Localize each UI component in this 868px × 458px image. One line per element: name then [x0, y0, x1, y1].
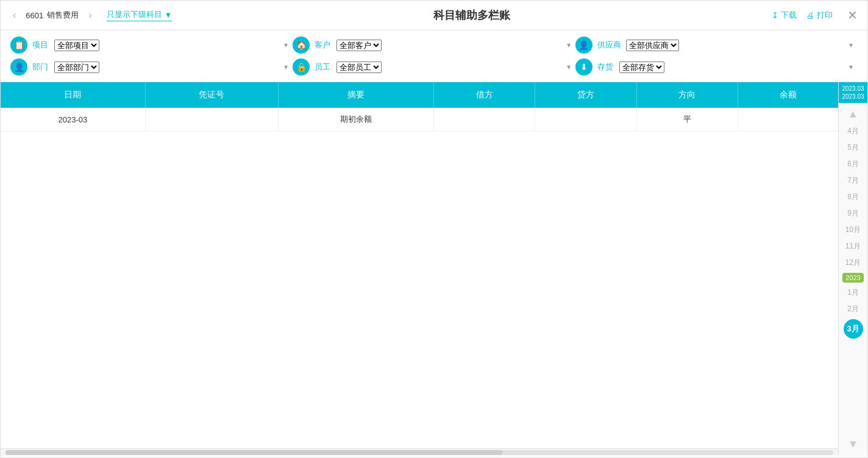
- col-debit: 借方: [433, 82, 535, 108]
- timeline-month[interactable]: 6月: [839, 156, 867, 172]
- customer-label: 客户: [315, 40, 332, 51]
- account-code-text: 6601: [26, 11, 43, 20]
- cell-date: 2023-03: [1, 108, 145, 132]
- table-row[interactable]: 2023-03期初余额平: [1, 108, 838, 132]
- print-label: 打印: [817, 10, 833, 21]
- account-code-display: 6601 销售费用: [26, 10, 79, 21]
- filter-inventory-row: ⬇ 存货 全部存货: [575, 58, 858, 76]
- col-voucher: 凭证号: [145, 82, 278, 108]
- department-select-wrapper: 全部部门: [54, 62, 293, 73]
- timeline-header-end: 2023.03: [842, 93, 864, 100]
- next-account-button[interactable]: ›: [86, 10, 94, 21]
- supplier-label: 供应商: [597, 40, 621, 51]
- department-select[interactable]: 全部部门: [54, 62, 99, 73]
- inventory-icon: ⬇: [575, 58, 592, 76]
- customer-select-wrapper: 全部客户: [336, 40, 575, 51]
- timeline-month[interactable]: 10月: [839, 222, 867, 238]
- timeline-month[interactable]: 2月: [839, 301, 867, 317]
- col-credit: 贷方: [535, 82, 636, 108]
- filter-department-row: 👤 部门 全部部门: [10, 58, 293, 76]
- supplier-select-wrapper: 全部供应商: [626, 40, 858, 51]
- filter-employee-row: 🔒 员工 全部员工: [293, 58, 575, 76]
- timeline-month[interactable]: 7月: [839, 172, 867, 189]
- download-button[interactable]: ↧ 下载: [772, 10, 797, 21]
- timeline-month[interactable]: 11月: [839, 238, 867, 255]
- col-date: 日期: [1, 82, 145, 108]
- department-label: 部门: [32, 62, 49, 72]
- supplier-select[interactable]: 全部供应商: [626, 40, 679, 51]
- department-icon: 👤: [10, 58, 27, 76]
- main-area: 📋 项目 全部项目 🏠 客户 全部客户 👤 供应商: [1, 30, 867, 456]
- show-sub-chevron-icon: ▼: [165, 10, 173, 19]
- data-table: 日期 凭证号 摘要 借方 贷方 方向 余额 2023-03期初余额平: [1, 82, 838, 132]
- timeline-up-button[interactable]: ▲: [848, 105, 859, 123]
- filter-project-row: 📋 项目 全部项目: [10, 37, 293, 54]
- timeline-month[interactable]: 9月: [839, 205, 867, 222]
- inventory-select[interactable]: 全部存货: [619, 62, 664, 73]
- timeline-month[interactable]: 1月: [839, 284, 867, 301]
- col-balance: 余额: [738, 82, 838, 108]
- page-title: 科目辅助多栏账: [179, 8, 764, 23]
- download-icon: ↧: [772, 11, 778, 20]
- cell-voucher: [145, 108, 278, 132]
- content-area: 日期 凭证号 摘要 借方 贷方 方向 余额 2023-03期初余额平: [1, 82, 867, 456]
- col-summary: 摘要: [278, 82, 433, 108]
- timeline-month[interactable]: 4月: [839, 123, 867, 139]
- table-header-row: 日期 凭证号 摘要 借方 贷方 方向 余额: [1, 82, 838, 108]
- timeline-month-active[interactable]: 3月: [844, 319, 863, 339]
- supplier-icon: 👤: [575, 37, 592, 54]
- col-direction: 方向: [636, 82, 738, 108]
- cell-direction: 平: [636, 108, 738, 132]
- employee-icon: 🔒: [293, 58, 310, 76]
- employee-select-wrapper: 全部员工: [336, 62, 575, 73]
- cell-credit: [535, 108, 636, 132]
- year-badge: 2023: [842, 273, 863, 283]
- inventory-select-wrapper: 全部存货: [619, 62, 858, 73]
- timeline-down-button[interactable]: ▼: [848, 435, 859, 453]
- project-icon: 📋: [10, 37, 27, 54]
- show-sub-dropdown[interactable]: 只显示下级科目 ▼: [107, 9, 173, 21]
- employee-label: 员工: [315, 62, 332, 72]
- timeline-month[interactable]: 5月: [839, 139, 867, 156]
- project-select[interactable]: 全部项目: [54, 40, 99, 51]
- filter-customer-row: 🏠 客户 全部客户: [293, 37, 575, 54]
- timeline-month[interactable]: 12月: [839, 255, 867, 271]
- download-label: 下载: [781, 10, 797, 21]
- cell-summary: 期初余额: [278, 108, 433, 132]
- timeline-month[interactable]: 8月: [839, 189, 867, 205]
- account-name-text: 销售费用: [47, 10, 79, 21]
- timeline-sidebar: 2023.03 2023.03 ▲ 4月5月6月7月8月9月10月11月12月2…: [838, 82, 867, 456]
- project-label: 项目: [32, 40, 49, 51]
- print-icon: 🖨: [806, 11, 814, 20]
- timeline-header-start: 2023.03: [842, 85, 864, 93]
- filter-supplier-row: 👤 供应商 全部供应商: [575, 37, 858, 54]
- cell-balance: [738, 108, 838, 132]
- prev-account-button[interactable]: ‹: [10, 10, 18, 21]
- cell-debit: [433, 108, 535, 132]
- close-button[interactable]: ✕: [847, 8, 858, 23]
- header-bar: ‹ 6601 销售费用 › 只显示下级科目 ▼ 科目辅助多栏账 ↧ 下载 🖨 打…: [1, 1, 867, 30]
- filters-panel: 📋 项目 全部项目 🏠 客户 全部客户 👤 供应商: [1, 30, 867, 82]
- customer-select[interactable]: 全部客户: [336, 40, 382, 51]
- customer-icon: 🏠: [293, 37, 310, 54]
- print-button[interactable]: 🖨 打印: [806, 10, 833, 21]
- employee-select[interactable]: 全部员工: [336, 62, 382, 73]
- toolbar-right: ↧ 下载 🖨 打印 ✕: [772, 8, 858, 23]
- show-sub-label: 只显示下级科目: [107, 9, 162, 20]
- project-select-wrapper: 全部项目: [54, 40, 293, 51]
- inventory-label: 存货: [597, 62, 614, 72]
